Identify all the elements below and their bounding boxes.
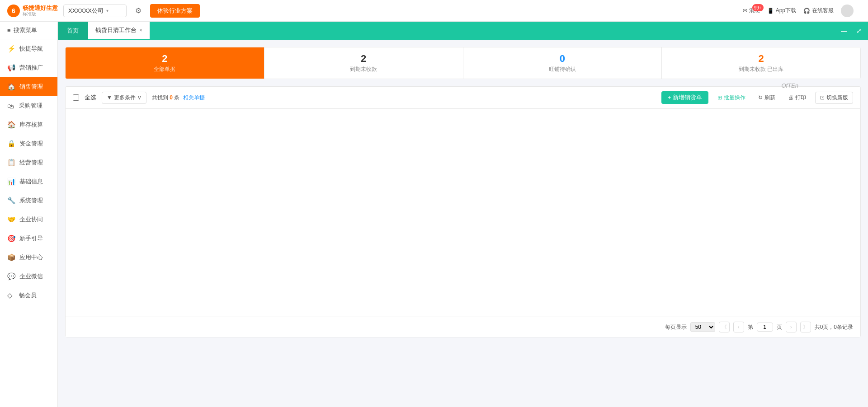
tab-minimize-button[interactable]: —	[838, 26, 850, 35]
sidebar-item-basic-info[interactable]: 📊 基础信息	[0, 172, 57, 191]
stat-tab-overdue-unpaid[interactable]: 2 到期未收款	[264, 47, 463, 79]
phone-icon: 📱	[767, 8, 774, 14]
search-menu-item[interactable]: ≡ 搜索菜单	[0, 22, 57, 39]
toolbar: 全选 ▼ 更多条件 ∨ 共找到 0 条 相关单据 + 新增销货单 ⊞ 批量操作 …	[65, 86, 861, 108]
stat-tab-pending-confirm[interactable]: 0 旺铺待确认	[463, 47, 662, 79]
sidebar-item-quick-nav[interactable]: ⚡ 快捷导航	[0, 39, 57, 58]
toolbar-right: + 新增销货单 ⊞ 批量操作 ↻ 刷新 🖨 打印 ⊡ 切换新版	[661, 91, 853, 104]
tab-close-icon[interactable]: ×	[139, 27, 142, 33]
logo-area: 6 畅捷通好生意 标准版	[7, 5, 58, 17]
sidebar-item-sales[interactable]: 🏠 销售管理	[0, 77, 57, 96]
sidebar-item-member[interactable]: ◇ 畅会员	[0, 286, 57, 305]
sidebar-item-guide[interactable]: 🎯 新手引导	[0, 229, 57, 248]
message-badge: 99+	[752, 4, 764, 11]
header-right: ✉ 消息 99+ 📱 App下载 🎧 在线客服	[743, 5, 861, 17]
stat-count-all: 2	[73, 53, 257, 65]
company-selector[interactable]: XXXXXX公司 ▾	[63, 5, 127, 17]
sidebar-item-inventory[interactable]: 🏠 库存核算	[0, 115, 57, 134]
sidebar-item-label: 畅会员	[19, 291, 37, 299]
sidebar-item-label: 快捷导航	[19, 45, 43, 53]
stat-tab-overdue-unshipped[interactable]: 2 到期未收款 已出库	[662, 47, 860, 79]
tab-bar: 首页 钱货日清工作台 × — ⤢	[58, 22, 868, 40]
sidebar-item-label: 销售管理	[19, 83, 43, 91]
sidebar-item-label: 库存核算	[19, 121, 43, 129]
experience-button[interactable]: 体验行业方案	[150, 4, 200, 18]
quick-nav-icon: ⚡	[7, 45, 16, 53]
page-suffix: 页	[777, 323, 782, 331]
filter-label: 更多条件	[114, 94, 136, 102]
page-input[interactable]	[757, 323, 773, 332]
sidebar-item-operation[interactable]: 📋 经营管理	[0, 153, 57, 172]
per-page-select[interactable]: 50 100 200	[690, 322, 715, 332]
filter-button[interactable]: ▼ 更多条件 ∨	[102, 92, 146, 104]
avatar[interactable]	[841, 5, 854, 17]
sidebar-item-label: 新手引导	[19, 234, 43, 243]
stat-label-all: 全部单据	[73, 65, 257, 73]
first-page-button[interactable]: 《	[719, 322, 730, 332]
stat-count-overdue-unshipped: 2	[669, 53, 853, 65]
sidebar-item-purchase[interactable]: 🛍 采购管理	[0, 96, 57, 115]
sidebar-item-marketing[interactable]: 📢 营销推广	[0, 58, 57, 77]
found-link[interactable]: 相关单据	[183, 94, 205, 101]
operation-icon: 📋	[7, 159, 16, 167]
sidebar-item-system[interactable]: 🔧 系统管理	[0, 191, 57, 210]
table-empty	[66, 109, 860, 317]
prev-page-button[interactable]: ‹	[733, 322, 744, 332]
dropdown-arrow-icon: ▾	[106, 8, 108, 13]
stat-label-pending-confirm: 旺铺待确认	[471, 65, 655, 73]
search-menu-label: 搜索菜单	[14, 26, 37, 34]
refresh-label: 刷新	[764, 94, 775, 102]
app-download-button[interactable]: 📱 App下载	[767, 7, 796, 14]
search-icon: ≡	[7, 27, 11, 34]
batch-op-button[interactable]: ⊞ 批量操作	[714, 92, 749, 103]
pagination-bar: 每页显示 50 100 200 《 ‹ 第 页 › 》 共0页，0条记录	[66, 317, 860, 337]
sidebar-item-finance[interactable]: 🔒 资金管理	[0, 134, 57, 153]
sidebar-item-app-center[interactable]: 📦 应用中心	[0, 248, 57, 267]
table-container: 每页显示 50 100 200 《 ‹ 第 页 › 》 共0页，0条记录	[65, 108, 861, 337]
settings-button[interactable]: ⚙	[132, 5, 145, 17]
message-button[interactable]: ✉ 消息 99+	[743, 7, 760, 14]
sidebar-item-wechat[interactable]: 💬 企业微信	[0, 267, 57, 286]
finance-icon: 🔒	[7, 140, 16, 148]
basic-info-icon: 📊	[7, 178, 16, 186]
found-unit: 条	[174, 94, 179, 101]
marketing-icon: 📢	[7, 64, 16, 72]
tab-home-label: 首页	[67, 27, 79, 35]
sales-icon: 🏠	[7, 83, 16, 91]
main-content: 2 全部单据 2 到期未收款 0 旺铺待确认 2 到期未收款 已出库 全选 ▼ …	[58, 40, 868, 407]
tab-workbench[interactable]: 钱货日清工作台 ×	[88, 22, 150, 40]
sidebar: ≡ 搜索菜单 ⚡ 快捷导航 📢 营销推广 🏠 销售管理 🛍 采购管理 🏠 库存核…	[0, 22, 58, 407]
found-prefix: 共找到	[152, 94, 168, 101]
tab-home[interactable]: 首页	[58, 22, 88, 40]
tab-maximize-button[interactable]: ⤢	[854, 26, 864, 35]
stat-label-overdue-unshipped: 到期未收款 已出库	[669, 65, 853, 73]
print-button[interactable]: 🖨 打印	[784, 92, 810, 103]
print-icon: 🖨	[788, 94, 793, 101]
refresh-button[interactable]: ↻ 刷新	[755, 92, 779, 103]
batch-op-label: 批量操作	[724, 94, 745, 102]
new-sale-button[interactable]: + 新增销货单	[661, 91, 708, 104]
sidebar-item-label: 经营管理	[19, 159, 43, 167]
system-icon: 🔧	[7, 196, 16, 205]
last-page-button[interactable]: 》	[800, 322, 811, 332]
per-page-label: 每页显示	[665, 323, 687, 331]
switch-icon: ⊡	[820, 94, 825, 101]
purchase-icon: 🛍	[7, 102, 15, 110]
inventory-icon: 🏠	[7, 121, 16, 129]
service-icon: 🎧	[803, 8, 810, 14]
batch-icon: ⊞	[717, 94, 722, 101]
stat-tab-all[interactable]: 2 全部单据	[66, 47, 264, 79]
filter-chevron-icon: ∨	[137, 94, 142, 101]
sidebar-item-label: 营销推广	[19, 64, 43, 72]
stat-count-overdue-unpaid: 2	[272, 53, 456, 65]
page-prefix: 第	[748, 323, 753, 331]
select-all-checkbox[interactable]	[73, 94, 79, 101]
switch-version-button[interactable]: ⊡ 切换新版	[815, 92, 853, 104]
sidebar-item-enterprise[interactable]: 🤝 企业协同	[0, 210, 57, 229]
print-label: 打印	[795, 94, 806, 102]
next-page-button[interactable]: ›	[786, 322, 797, 332]
app-download-label: App下载	[776, 7, 796, 14]
online-service-button[interactable]: 🎧 在线客服	[803, 7, 834, 14]
guide-icon: 🎯	[7, 234, 16, 243]
sidebar-item-label: 资金管理	[19, 140, 43, 148]
